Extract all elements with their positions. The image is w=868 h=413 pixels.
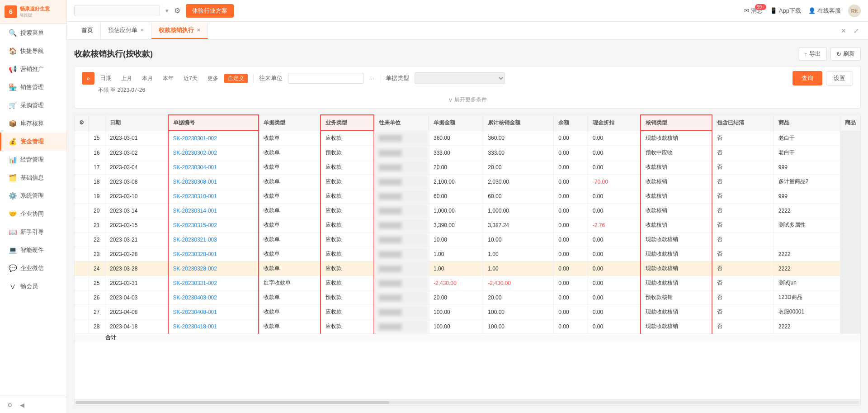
row-checkbox [75, 247, 89, 261]
row-bill-no[interactable]: SK-20230408-001 [168, 305, 259, 319]
sidebar-item-label: 快捷导航 [20, 47, 44, 55]
row-goods2 [840, 218, 861, 233]
row-checkbox [75, 319, 89, 334]
row-no: 21 [89, 218, 105, 233]
row-balance: 0.00 [554, 160, 588, 175]
sidebar-item-operations[interactable]: 📊 经营管理 [0, 151, 66, 169]
row-partner: ██████ [374, 204, 429, 218]
row-partner: ██████ [374, 131, 429, 146]
row-bill-no[interactable]: SK-20230302-002 [168, 146, 259, 160]
custom-date-btn[interactable]: 自定义 [224, 74, 248, 83]
refresh-btn[interactable]: ↻ 刷新 [830, 47, 861, 61]
row-bill-no[interactable]: SK-20230310-001 [168, 189, 259, 204]
last-7days-btn[interactable]: 近7天 [179, 73, 202, 84]
sidebar-item-inventory[interactable]: 📦 库存核算 [0, 114, 66, 133]
row-bill-no[interactable]: SK-20230315-002 [168, 218, 259, 233]
row-bill-no[interactable]: SK-20230328-002 [168, 261, 259, 276]
row-goods2 [840, 175, 861, 189]
expand-more-btn[interactable]: ∨ 展开更多条件 [448, 96, 487, 104]
settings-icon[interactable]: ⚙ [174, 6, 180, 15]
table-wrapper[interactable]: ⚙ 日期 单据编号 单据类型 业务类型 往来单位 单据金额 累计核销金额 余额 … [75, 114, 860, 399]
sidebar-item-member[interactable]: V 畅会员 [0, 277, 66, 295]
row-bill-no[interactable]: SK-20230321-003 [168, 233, 259, 247]
sidebar-item-label: 采购管理 [20, 101, 44, 109]
solution-btn[interactable]: 体验行业方案 [186, 4, 234, 18]
close-pre-payment-icon[interactable]: ✕ [140, 28, 144, 33]
sidebar-item-purchase[interactable]: 🛒 采购管理 [0, 96, 66, 114]
sidebar-item-wechat[interactable]: 💬 企业微信 [0, 259, 66, 277]
tab-expand-btn[interactable]: ⤢ [852, 25, 861, 36]
tab-payment-exec[interactable]: 收款核销执行 ✕ [151, 23, 208, 39]
brand-input[interactable] [74, 5, 160, 16]
export-btn[interactable]: ↑ 导出 [799, 47, 827, 61]
sidebar-item-quick-nav[interactable]: 🏠 快捷导航 [0, 42, 66, 60]
date-filter-label: 日期 [100, 74, 112, 82]
col-bill-amount-header: 单据金额 [429, 115, 483, 131]
sidebar-item-label: 系统管理 [20, 192, 44, 200]
sidebar-settings-btn[interactable]: ⚙ [7, 402, 13, 408]
col-balance-header: 余额 [554, 115, 588, 131]
row-cash-discount: 0.00 [588, 233, 641, 247]
filter-setting-btn[interactable]: 设置 [826, 71, 853, 85]
receipt-type-label: 单据类型 [386, 74, 409, 82]
sidebar-item-sales[interactable]: 🏪 销售管理 [0, 78, 66, 96]
receipt-type-select[interactable] [415, 72, 505, 84]
app-download-action[interactable]: 📱 App下载 [770, 7, 801, 15]
row-cash-discount: 0.00 [588, 247, 641, 261]
partner-dots[interactable]: ··· [369, 75, 374, 82]
sidebar-item-marketing[interactable]: 📢 营销推广 [0, 60, 66, 78]
brand-dropdown-icon[interactable]: ▾ [165, 7, 169, 14]
tab-home[interactable]: 首页 [74, 23, 101, 39]
row-bill-no[interactable]: SK-20230308-001 [168, 175, 259, 189]
sidebar-item-hardware[interactable]: 💻 智能硬件 [0, 241, 66, 259]
partner-input[interactable] [288, 73, 364, 84]
online-service-label: 在线客服 [817, 7, 841, 15]
row-bill-no[interactable]: SK-20230418-001 [168, 319, 259, 334]
sidebar-item-system[interactable]: ⚙️ 系统管理 [0, 187, 66, 205]
row-include-settled: 否 [712, 247, 774, 261]
sidebar-collapse-btn[interactable]: ◀ [20, 402, 24, 408]
row-bill-no[interactable]: SK-20230403-002 [168, 290, 259, 305]
page-actions: ↑ 导出 ↻ 刷新 [799, 47, 861, 61]
filter-toggle-btn[interactable]: » [82, 72, 94, 85]
sidebar-item-finance[interactable]: 💰 资金管理 [0, 133, 66, 151]
row-balance: 0.00 [554, 218, 588, 233]
horizontal-scrollbar[interactable] [75, 399, 860, 405]
query-btn[interactable]: 查询 [793, 71, 822, 85]
row-cash-discount: 0.00 [588, 276, 641, 290]
guide-icon: 📖 [9, 228, 17, 236]
this-year-btn[interactable]: 本年 [159, 73, 178, 84]
tab-close-btn[interactable]: ✕ [839, 25, 848, 36]
table-container: ⚙ 日期 单据编号 单据类型 业务类型 往来单位 单据金额 累计核销金额 余额 … [74, 114, 861, 406]
col-gear-header[interactable]: ⚙ [75, 115, 89, 131]
page-content: 收款核销执行(按收款) ↑ 导出 ↻ 刷新 » 日期 上月 本月 [67, 40, 868, 413]
row-bill-no[interactable]: SK-20230331-002 [168, 276, 259, 290]
row-bill-no[interactable]: SK-20230304-001 [168, 160, 259, 175]
close-payment-exec-icon[interactable]: ✕ [197, 28, 200, 33]
row-bill-no[interactable]: SK-20230328-001 [168, 247, 259, 261]
more-date-btn[interactable]: 更多 [203, 73, 222, 84]
sidebar-item-guide[interactable]: 📖 新手引导 [0, 223, 66, 241]
row-bill-no[interactable]: SK-20230314-001 [168, 204, 259, 218]
row-bill-no[interactable]: SK-20230301-002 [168, 131, 259, 146]
sidebar-item-enterprise[interactable]: 🤝 企业协同 [0, 205, 66, 223]
online-service-action[interactable]: 👤 在线客服 [808, 7, 841, 15]
row-balance: 0.00 [554, 290, 588, 305]
row-cash-discount: -70.00 [588, 175, 641, 189]
filter-row-1: » 日期 上月 本月 本年 近7天 更多 自定义 往来单位 ··· 单据类型 [82, 71, 853, 85]
avatar[interactable]: Rit [848, 5, 861, 17]
sidebar-item-search[interactable]: 🔍 搜索菜单 [0, 24, 66, 42]
enterprise-icon: 🤝 [9, 210, 17, 218]
this-month-btn[interactable]: 本月 [138, 73, 157, 84]
last-month-btn[interactable]: 上月 [117, 73, 136, 84]
col-bill-no-header: 单据编号 [168, 115, 259, 131]
col-date-header: 日期 [105, 115, 168, 131]
row-bill-amount: 1.00 [429, 247, 483, 261]
row-date: 2023-04-03 [105, 290, 168, 305]
messages-action[interactable]: ✉ 消息 99+ [744, 7, 763, 15]
row-biz-type: 应收款 [321, 160, 373, 175]
row-date: 2023-04-08 [105, 305, 168, 319]
tab-pre-payment[interactable]: 预估应付单 ✕ [101, 23, 151, 39]
row-biz-type: 应收款 [321, 189, 373, 204]
sidebar-item-basic[interactable]: 🗂️ 基础信息 [0, 169, 66, 187]
